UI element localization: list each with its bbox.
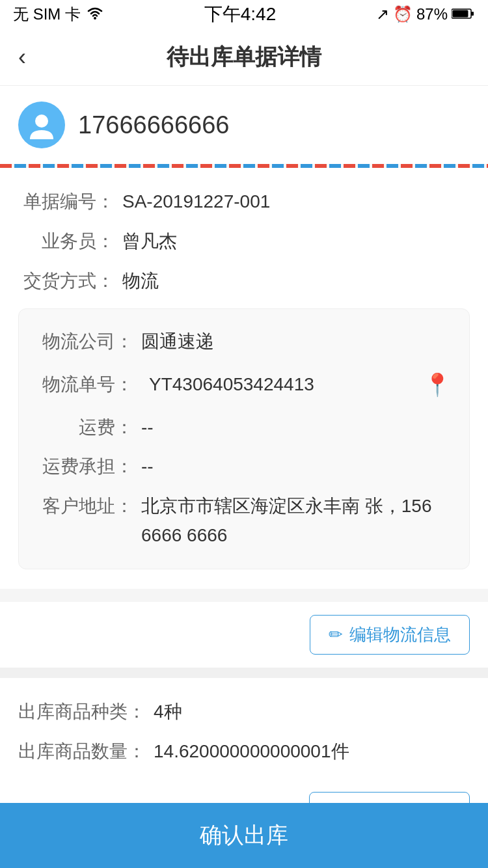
order-no-value: SA-20191227-001 bbox=[122, 187, 470, 217]
summary-section: 出库商品种类： 4种 出库商品数量： 14.620000000000001件 bbox=[0, 678, 488, 780]
quantity-row: 出库商品数量： 14.620000000000001件 bbox=[18, 737, 470, 766]
gray-separator bbox=[0, 668, 488, 678]
freight-bearer-label: 运费承担： bbox=[37, 452, 141, 481]
delivery-row: 交货方式： 物流 bbox=[18, 267, 470, 296]
freight-bearer-row: 运费承担： -- bbox=[37, 452, 451, 481]
edit-logistics-label: 编辑物流信息 bbox=[349, 623, 451, 646]
nav-bar: ‹ 待出库单据详情 bbox=[0, 29, 488, 86]
page-title: 待出库单据详情 bbox=[167, 42, 321, 72]
tracking-row: 物流单号： YT43064053424413 📍 bbox=[37, 367, 451, 402]
tracking-value: YT43064053424413 bbox=[149, 370, 416, 400]
quantity-label: 出库商品数量： bbox=[18, 737, 154, 766]
edit-icon: ✏ bbox=[329, 625, 343, 645]
confirm-bar[interactable]: 确认出库 bbox=[0, 803, 488, 868]
company-value: 圆通速递 bbox=[141, 327, 451, 357]
wifi-icon bbox=[86, 5, 104, 23]
location-status-icon: ↗ bbox=[376, 5, 389, 23]
edit-logistics-row: ✏ 编辑物流信息 bbox=[0, 602, 488, 668]
battery-label: 87% bbox=[416, 5, 448, 23]
order-no-label: 单据编号： bbox=[18, 187, 122, 217]
address-row: 客户地址： 北京市市辖区海淀区永丰南 张，156 6666 6666 bbox=[37, 492, 451, 550]
status-right: ↗ ⏰ 87% bbox=[376, 5, 475, 23]
map-pin-icon[interactable]: 📍 bbox=[424, 367, 451, 402]
status-left: 无 SIM 卡 bbox=[13, 4, 104, 25]
freight-label: 运费： bbox=[37, 413, 141, 442]
svg-point-0 bbox=[94, 17, 96, 20]
status-time: 下午4:42 bbox=[204, 2, 277, 27]
types-row: 出库商品种类： 4种 bbox=[18, 698, 470, 727]
logistics-card: 物流公司： 圆通速递 物流单号： YT43064053424413 📍 运费： … bbox=[18, 308, 470, 569]
alarm-status-icon: ⏰ bbox=[393, 5, 413, 23]
salesman-label: 业务员： bbox=[18, 227, 122, 256]
person-icon bbox=[27, 111, 56, 139]
confirm-button-label: 确认出库 bbox=[200, 821, 288, 850]
address-value: 北京市市辖区海淀区永丰南 张，156 6666 6666 bbox=[141, 492, 451, 550]
quantity-value: 14.620000000000001件 bbox=[154, 737, 470, 766]
order-info-section: 单据编号： SA-20191227-001 业务员： 曾凡杰 交货方式： 物流 … bbox=[0, 168, 488, 589]
tracking-label: 物流单号： bbox=[37, 370, 141, 400]
delivery-label: 交货方式： bbox=[18, 267, 122, 296]
battery-icon bbox=[452, 5, 475, 23]
edit-logistics-button[interactable]: ✏ 编辑物流信息 bbox=[310, 615, 470, 655]
salesman-row: 业务员： 曾凡杰 bbox=[18, 227, 470, 256]
svg-rect-2 bbox=[471, 12, 474, 16]
svg-rect-3 bbox=[453, 10, 468, 18]
freight-row: 运费： -- bbox=[37, 413, 451, 442]
status-bar: 无 SIM 卡 下午4:42 ↗ ⏰ 87% bbox=[0, 0, 488, 29]
salesman-value: 曾凡杰 bbox=[122, 227, 470, 256]
company-row: 物流公司： 圆通速递 bbox=[37, 327, 451, 357]
sim-label: 无 SIM 卡 bbox=[13, 4, 81, 25]
order-no-row: 单据编号： SA-20191227-001 bbox=[18, 187, 470, 217]
customer-header: 17666666666 bbox=[0, 86, 488, 164]
back-button[interactable]: ‹ bbox=[18, 44, 26, 71]
freight-bearer-value: -- bbox=[141, 452, 451, 481]
types-label: 出库商品种类： bbox=[18, 698, 154, 727]
freight-value: -- bbox=[141, 413, 451, 442]
delivery-value: 物流 bbox=[122, 267, 470, 296]
types-value: 4种 bbox=[154, 698, 470, 727]
company-label: 物流公司： bbox=[37, 327, 141, 357]
svg-point-4 bbox=[35, 115, 48, 128]
address-label: 客户地址： bbox=[37, 492, 141, 521]
customer-phone: 17666666666 bbox=[78, 111, 229, 139]
avatar bbox=[18, 102, 65, 148]
